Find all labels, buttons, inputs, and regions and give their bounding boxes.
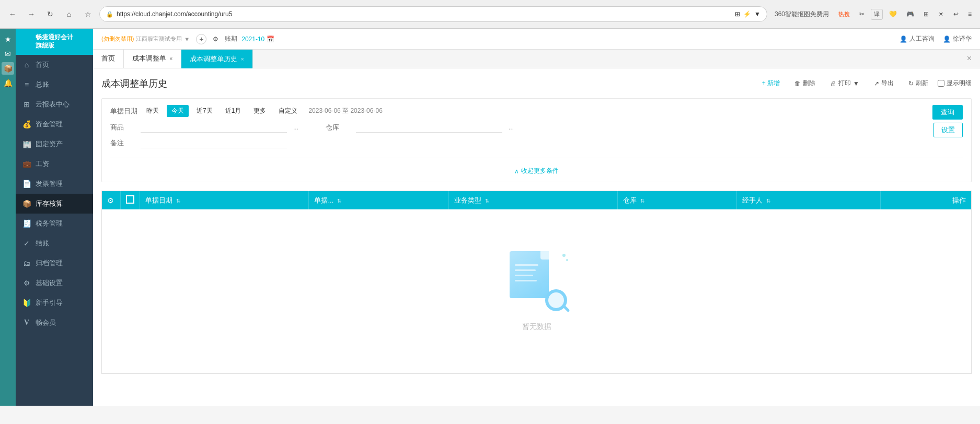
back-button[interactable]: ← <box>5 7 20 21</box>
tab-area-close-button[interactable]: × <box>967 54 972 63</box>
column-settings-icon[interactable]: ⚙ <box>107 196 114 205</box>
query-button[interactable]: 查询 <box>932 105 963 120</box>
icon-bar-item-3[interactable]: 📦 <box>2 62 14 75</box>
sidebar-item-ledger[interactable]: ≡ 总账 <box>16 75 93 95</box>
tab-cost-adjustment-history[interactable]: 成本调整单历史 × <box>181 50 252 68</box>
print-icon: 🖨 <box>830 80 836 87</box>
content-area: 成本调整单历史 + 新增 🗑 删除 🖨 打印 ▼ ↗ 导出 <box>93 68 980 406</box>
th-settings[interactable]: ⚙ <box>102 191 121 210</box>
settings-gear-icon[interactable]: ⚙ <box>213 36 218 43</box>
empty-state-cell: 暂无数据 <box>102 209 972 374</box>
sidebar-item-inventory[interactable]: 📦 库存核算 <box>16 194 93 214</box>
th-date[interactable]: 单据日期 ⇅ <box>140 191 309 210</box>
grid-icon[interactable]: ⊞ <box>920 9 932 19</box>
note-input[interactable] <box>141 138 287 148</box>
company-select[interactable]: (勿删勿禁用) 江西服宝测试专用 ▼ <box>101 35 190 43</box>
avatar-icon: 👤 <box>943 36 951 43</box>
tab-home[interactable]: 首页 <box>93 50 124 68</box>
delete-icon: 🗑 <box>794 80 801 87</box>
new-button[interactable]: + 新增 <box>757 77 785 90</box>
sidebar-item-salary[interactable]: 💼 工资 <box>16 154 93 174</box>
warehouse-more-dots[interactable]: ... <box>506 124 516 131</box>
sidebar-item-guide[interactable]: 🔰 新手引导 <box>16 293 93 313</box>
tab2-label: 成本调整单历史 <box>190 54 237 64</box>
guide-icon: 🔰 <box>22 299 31 307</box>
tab2-close-button[interactable]: × <box>240 56 244 62</box>
yesterday-btn[interactable]: 昨天 <box>142 105 164 117</box>
icon-bar: ★ ✉ 📦 🔔 <box>0 29 16 406</box>
sidebar-item-archive[interactable]: 🗂 归档管理 <box>16 253 93 273</box>
custom-btn[interactable]: 自定义 <box>274 105 302 117</box>
goods-input-group: ... <box>141 122 301 133</box>
month-btn[interactable]: 近1月 <box>221 105 246 117</box>
scissors-icon[interactable]: ✂ <box>856 9 868 19</box>
collapse-label: 收起更多条件 <box>521 167 559 175</box>
th-warehouse[interactable]: 仓库 ⇅ <box>618 191 736 210</box>
th-checkbox[interactable] <box>121 191 140 210</box>
sidebar-item-settings[interactable]: ⚙ 基础设置 <box>16 273 93 293</box>
url-text: https://cloud.chanjet.com/accounting/uru… <box>117 10 232 18</box>
sidebar-item-funds[interactable]: 💰 资金管理 <box>16 114 93 134</box>
search-label: 360智能抠图免费用 <box>771 8 832 20</box>
print-button[interactable]: 🖨 打印 ▼ <box>825 77 864 90</box>
delete-button[interactable]: 🗑 删除 <box>789 77 821 90</box>
filter-settings-button[interactable]: 设置 <box>933 123 963 137</box>
browser-right-tools: 360智能抠图免费用 热搜 ✂ 译 💛 🎮 ⊞ ☀ ↩ ≡ <box>771 8 975 20</box>
reload-button[interactable]: ↻ <box>43 7 57 21</box>
refresh-button[interactable]: ↻ 刷新 <box>903 77 933 90</box>
goods-more-dots[interactable]: ... <box>291 124 301 131</box>
funds-icon: 💰 <box>22 120 31 128</box>
warehouse-input[interactable] <box>356 122 502 133</box>
note-filter-label: 备注 <box>110 138 136 148</box>
home-icon: ⌂ <box>22 61 31 69</box>
hot-label: 热搜 <box>835 9 853 20</box>
user-name[interactable]: 👤 徐译华 <box>943 34 972 43</box>
sidebar-item-vip[interactable]: V 畅会员 <box>16 313 93 333</box>
more-btn[interactable]: 更多 <box>249 105 271 117</box>
more-icon[interactable]: ≡ <box>965 9 975 19</box>
tab1-label: 成本调整单 <box>132 54 166 63</box>
sidebar-logo: 畅捷通好会计 旗舰版 <box>16 29 93 55</box>
calendar-icon[interactable]: 📅 <box>267 36 274 43</box>
page-title: 成本调整单历史 <box>101 77 167 90</box>
reports-icon: ⊞ <box>22 100 31 109</box>
th-biz-type[interactable]: 业务类型 ⇅ <box>449 191 618 210</box>
wallet-icon[interactable]: 💛 <box>886 9 900 19</box>
show-detail-option[interactable]: 显示明细 <box>938 79 972 88</box>
sidebar-item-settlement[interactable]: ✓ 结账 <box>16 233 93 253</box>
icon-bar-item-4[interactable]: 🔔 <box>2 77 14 89</box>
goods-input[interactable] <box>141 122 287 133</box>
address-bar[interactable]: 🔒 https://cloud.chanjet.com/accounting/u… <box>99 6 767 22</box>
tab-cost-adjustment[interactable]: 成本调整单 × <box>124 50 181 68</box>
icon-bar-item-2[interactable]: ✉ <box>2 48 14 60</box>
today-btn[interactable]: 今天 <box>167 105 189 117</box>
th-actions: 操作 <box>881 191 972 210</box>
export-button[interactable]: ↗ 导出 <box>869 77 899 90</box>
sidebar-item-home[interactable]: ⌂ 首页 <box>16 55 93 75</box>
add-company-button[interactable]: + <box>196 34 206 44</box>
sidebar-item-tax[interactable]: 🧾 税务管理 <box>16 214 93 233</box>
sidebar-item-invoice[interactable]: 📄 发票管理 <box>16 174 93 194</box>
show-detail-checkbox[interactable] <box>938 80 944 87</box>
icon-bar-item[interactable]: ★ <box>2 33 14 45</box>
bookmark-button[interactable]: ☆ <box>80 7 95 21</box>
week-btn[interactable]: 近7天 <box>192 105 217 117</box>
select-all-checkbox[interactable] <box>126 195 134 204</box>
home-button[interactable]: ⌂ <box>62 7 76 21</box>
translate-btn[interactable]: 译 <box>871 9 883 20</box>
settings-icon[interactable]: ☀ <box>935 9 947 19</box>
fixed-assets-icon: 🏢 <box>22 140 31 148</box>
warehouse-input-group: ... <box>356 122 516 133</box>
game-icon[interactable]: 🎮 <box>903 9 917 19</box>
inventory-icon: 📦 <box>22 199 31 208</box>
tab1-close-button[interactable]: × <box>169 55 172 62</box>
th-number[interactable]: 单据... ⇅ <box>309 191 449 210</box>
user-service[interactable]: 👤 人工咨询 <box>900 34 935 43</box>
forward-button[interactable]: → <box>24 7 39 21</box>
sidebar-item-reports[interactable]: ⊞ 云报表中心 <box>16 95 93 114</box>
empty-illustration <box>505 251 568 314</box>
sidebar-item-fixed-assets[interactable]: 🏢 固定资产 <box>16 134 93 154</box>
collapse-button[interactable]: ∧ 收起更多条件 <box>514 167 559 175</box>
th-handler[interactable]: 经手人 ⇅ <box>736 191 880 210</box>
undo-icon[interactable]: ↩ <box>950 9 962 19</box>
